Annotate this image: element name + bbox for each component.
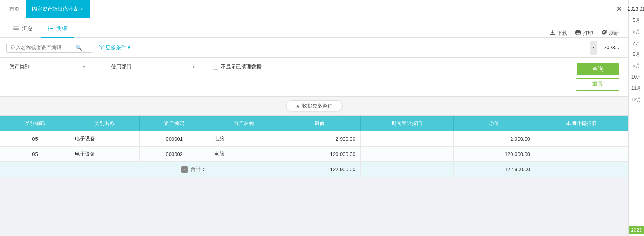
download-icon xyxy=(549,29,556,37)
col-asset-code: 资产编码 xyxy=(139,116,209,131)
table-header-row: 类别编码 类别名称 资产编码 资产名称 原值 期初累计折旧 净值 本期计提折旧 xyxy=(0,116,628,131)
svg-rect-4 xyxy=(50,27,53,27)
sidebar-month-12[interactable]: 12月 xyxy=(630,94,643,105)
print-button[interactable]: 打印 xyxy=(575,29,593,37)
col-current-depr: 本期计提折旧 xyxy=(535,116,628,131)
reset-button[interactable]: 重置 xyxy=(576,78,619,91)
total-accum-depr xyxy=(360,162,453,177)
refresh-button[interactable]: 刷新 xyxy=(601,29,619,37)
layers-icon xyxy=(13,25,20,32)
tab-detail[interactable]: 明细 xyxy=(41,20,74,38)
tab-bar: 汇总 明细 xyxy=(0,18,628,38)
collapse-button[interactable]: ∧ 收起更多条件 xyxy=(286,100,343,111)
department-arrow: ▾ xyxy=(193,64,195,69)
department-select[interactable]: ▾ xyxy=(135,64,197,70)
col-net-value: 净值 xyxy=(453,116,535,131)
collapse-label: 收起更多条件 xyxy=(302,102,333,109)
sidebar-date: 2023.01 xyxy=(626,3,644,15)
chevron-down-icon: ▾ xyxy=(128,45,130,50)
sidebar-month-9[interactable]: 9月 xyxy=(631,60,642,72)
asset-category-select[interactable]: ▾ xyxy=(33,64,96,70)
sidebar-month-5[interactable]: 5月 xyxy=(631,15,642,26)
sidebar-month-8[interactable]: 8月 xyxy=(631,49,642,60)
svg-point-3 xyxy=(48,27,49,28)
sidebar-month-6[interactable]: 6月 xyxy=(631,26,642,38)
department-field: 使用部门 ▾ xyxy=(111,63,197,70)
refresh-icon xyxy=(601,29,607,37)
row1-asset-code: 000001 xyxy=(139,131,209,147)
window-close-icon[interactable]: ✕ xyxy=(616,5,622,13)
tab-summary-label: 汇总 xyxy=(22,25,33,32)
svg-rect-6 xyxy=(50,28,53,29)
list-icon xyxy=(47,25,54,32)
svg-point-7 xyxy=(48,30,49,31)
row1-net-value: 2,900.00 xyxy=(453,131,535,147)
filter-buttons: 查询 重置 xyxy=(576,63,619,91)
row2-original: 120,000.00 xyxy=(279,147,360,162)
download-button[interactable]: 下载 xyxy=(549,29,567,37)
total-current-depr xyxy=(535,162,628,177)
tab-close-icon[interactable]: × xyxy=(81,6,84,12)
download-label: 下载 xyxy=(557,30,567,37)
svg-rect-8 xyxy=(50,30,53,30)
print-label: 打印 xyxy=(583,30,593,37)
tab-summary[interactable]: 汇总 xyxy=(6,20,39,38)
row2-cat-name: 电子设备 xyxy=(70,147,139,162)
more-conditions-label: 更多条件 xyxy=(106,44,126,51)
print-icon xyxy=(575,29,581,37)
svg-rect-2 xyxy=(13,26,19,27)
asset-category-arrow: ▾ xyxy=(83,64,85,69)
hide-cleared-checkbox[interactable]: 不显示已清理数据 xyxy=(213,63,262,70)
sidebar-year[interactable]: 2023 xyxy=(629,226,644,234)
home-link[interactable]: 首页 xyxy=(6,5,23,13)
right-sidebar: 2023.01 5月 6月 7月 8月 9月 10月 11月 12月 2023 xyxy=(628,0,644,236)
row1-original: 2,900.00 xyxy=(279,131,360,147)
active-tab[interactable]: 固定资产折旧统计表 × xyxy=(26,0,90,18)
total-row: ≡ 合计： 122,900.00 122,900.00 xyxy=(0,162,628,177)
more-conditions-button[interactable]: 更多条件 ▾ xyxy=(99,44,130,51)
asset-category-field: 资产类别 ▾ xyxy=(9,63,96,70)
row1-cat-code: 05 xyxy=(0,131,70,147)
col-cat-name: 类别名称 xyxy=(70,116,139,131)
svg-point-5 xyxy=(48,28,49,29)
sidebar-toggle-button[interactable]: › xyxy=(590,41,597,55)
sidebar-month-7[interactable]: 7月 xyxy=(631,38,642,49)
collapse-row: ∧ 收起更多条件 xyxy=(0,97,628,116)
filter-area: 资产类别 ▾ 使用部门 ▾ 不显示已清理数据 xyxy=(0,58,628,97)
search-wrap[interactable]: 🔍 xyxy=(6,43,92,53)
tab-detail-label: 明细 xyxy=(56,25,67,32)
col-asset-name: 资产名称 xyxy=(209,116,279,131)
svg-rect-0 xyxy=(13,29,19,30)
checkbox-box-icon xyxy=(213,64,218,70)
total-original: 122,900.00 xyxy=(279,162,360,177)
date-display: 2023.01 xyxy=(604,45,622,50)
search-icon: 🔍 xyxy=(76,45,82,51)
hide-cleared-label: 不显示已清理数据 xyxy=(221,63,262,70)
search-input[interactable] xyxy=(11,45,73,50)
row1-accum-depr xyxy=(360,131,453,147)
total-net-value: 122,900.00 xyxy=(453,162,535,177)
row1-asset-name: 电脑 xyxy=(209,131,279,147)
refresh-label: 刷新 xyxy=(609,30,619,37)
sidebar-month-11[interactable]: 11月 xyxy=(630,83,643,94)
chevron-right-icon: › xyxy=(593,45,594,50)
total-empty xyxy=(209,162,279,177)
query-button[interactable]: 查询 xyxy=(577,63,619,75)
collapse-up-icon: ∧ xyxy=(296,103,300,109)
row2-current-depr xyxy=(535,147,628,162)
table-row: 05 电子设备 000002 电脑 120,000.00 120,000.00 xyxy=(0,147,628,162)
row1-cat-name: 电子设备 xyxy=(70,131,139,147)
total-icon: ≡ xyxy=(181,166,188,173)
row2-cat-code: 05 xyxy=(0,147,70,162)
search-toolbar: 🔍 更多条件 ▾ › 2023.01 xyxy=(0,38,628,58)
col-cat-code: 类别编码 xyxy=(0,116,70,131)
row2-asset-code: 000002 xyxy=(139,147,209,162)
asset-category-label: 资产类别 xyxy=(9,63,30,70)
tab-title: 固定资产折旧统计表 xyxy=(32,5,78,13)
top-nav: 首页 固定资产折旧统计表 × ✕ xyxy=(0,0,628,18)
total-label: 合计： xyxy=(191,166,206,172)
sidebar-month-10[interactable]: 10月 xyxy=(630,72,643,83)
table-wrap: 类别编码 类别名称 资产编码 资产名称 原值 期初累计折旧 净值 本期计提折旧 … xyxy=(0,116,628,236)
col-accum-depr: 期初累计折旧 xyxy=(360,116,453,131)
table-row: 05 电子设备 000001 电脑 2,900.00 2,900.00 xyxy=(0,131,628,147)
